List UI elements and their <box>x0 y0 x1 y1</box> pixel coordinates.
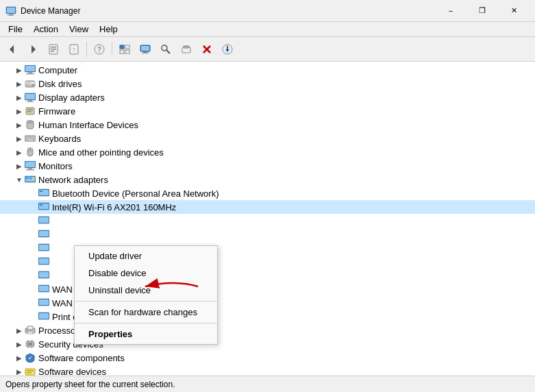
svg-rect-69 <box>33 177 34 180</box>
menu-action[interactable]: Action <box>28 23 64 36</box>
context-menu-scan-hardware[interactable]: Scan for hardware changes <box>75 304 217 321</box>
svg-rect-109 <box>27 372 32 373</box>
tree-view[interactable]: ▶ Computer ▶ D <box>0 62 535 376</box>
expand-processors[interactable]: ▶ <box>14 339 25 350</box>
menu-file[interactable]: File <box>3 23 28 36</box>
svg-rect-26 <box>185 45 188 47</box>
tree-item-computer[interactable]: ▶ Computer <box>0 63 535 77</box>
tree-item-network-adapters[interactable]: ▼ Network adapters <box>0 173 535 186</box>
monitors-label: Monitors <box>38 161 73 171</box>
svg-rect-15 <box>125 45 129 49</box>
mice-label: Mice and other pointing devices <box>38 147 164 158</box>
svg-rect-83 <box>39 258 49 264</box>
expand-mice[interactable]: ▶ <box>14 147 25 158</box>
tree-item-security-devices[interactable]: ▶ ✓ Software components <box>0 351 535 365</box>
expand-keyboards[interactable]: ▶ <box>14 133 25 144</box>
security-devices-label: Software components <box>38 353 125 363</box>
intel-wifi-label: Intel(R) Wi-Fi 6 AX201 160MHz <box>52 202 176 212</box>
svg-rect-79 <box>39 231 49 236</box>
svg-rect-42 <box>28 100 32 101</box>
svg-marker-5 <box>32 45 36 53</box>
svg-rect-7 <box>51 47 56 48</box>
tree-item-bluetooth[interactable]: Bluetooth Device (Personal Area Network) <box>0 186 535 200</box>
svg-rect-46 <box>27 111 32 112</box>
computer-view-button[interactable] <box>136 40 155 59</box>
no-expand-intel-wifi <box>27 201 38 212</box>
context-menu-properties[interactable]: Properties <box>75 326 217 343</box>
svg-text:?: ? <box>97 46 101 53</box>
svg-rect-100 <box>34 343 35 343</box>
minimize-button[interactable]: − <box>435 0 466 22</box>
tree-item-software-components[interactable]: ▶ Software devices <box>0 365 535 376</box>
expand-print-queues[interactable]: ▶ <box>14 325 25 336</box>
adapter3-icon <box>38 215 49 226</box>
toolbar-sep-1 <box>86 42 87 57</box>
context-menu-update-driver[interactable]: Update driver <box>75 247 217 265</box>
print-queues-icon <box>25 325 36 336</box>
firmware-label: Firmware <box>38 106 75 117</box>
svg-text:✓: ✓ <box>28 356 32 360</box>
tree-item-monitors[interactable]: ▶ Monitors <box>0 159 535 173</box>
tree-item-disk-drives[interactable]: ▶ Disk drives <box>0 77 535 90</box>
back-button[interactable] <box>3 40 22 59</box>
svg-rect-39 <box>26 83 30 84</box>
expand-disk-drives[interactable]: ▶ <box>14 78 25 89</box>
download-button[interactable] <box>218 40 237 59</box>
expand-firmware[interactable]: ▶ <box>14 106 25 117</box>
expand-software-components[interactable]: ▶ <box>14 366 25 376</box>
help-button[interactable]: ? <box>90 40 109 59</box>
update-driver-button[interactable]: ↑ <box>64 40 84 59</box>
svg-rect-8 <box>51 49 56 50</box>
expand-hid[interactable]: ▶ <box>14 119 25 130</box>
svg-rect-59 <box>31 148 33 151</box>
svg-rect-108 <box>27 370 34 371</box>
svg-rect-77 <box>39 217 49 223</box>
context-menu-uninstall-device[interactable]: Uninstall device <box>75 282 217 299</box>
tree-item-adapter3[interactable] <box>0 214 535 228</box>
expand-security-devices[interactable]: ▶ <box>14 352 25 363</box>
hid-label: Human Interface Devices <box>38 120 138 130</box>
tree-item-adapter4[interactable] <box>0 228 535 241</box>
context-menu-disable-device[interactable]: Disable device <box>75 265 217 282</box>
menu-help[interactable]: Help <box>94 23 123 36</box>
expand-network-adapters[interactable]: ▼ <box>14 174 25 185</box>
svg-rect-63 <box>28 168 32 169</box>
tree-item-mice[interactable]: ▶ Mice and other pointing devices <box>0 145 535 159</box>
svg-rect-16 <box>120 50 124 53</box>
expand-computer[interactable]: ▶ <box>14 64 25 75</box>
view-type-button[interactable] <box>115 40 134 59</box>
svg-rect-91 <box>39 313 49 319</box>
svg-rect-75 <box>40 204 42 206</box>
tree-item-hid[interactable]: ▶ Human Interface Devices <box>0 118 535 132</box>
close-button[interactable]: ✕ <box>498 0 530 22</box>
disk-icon <box>25 78 36 89</box>
disk-drives-label: Disk drives <box>38 79 82 89</box>
tree-item-display-adapters[interactable]: ▶ Display adapters <box>0 90 535 104</box>
menu-view[interactable]: View <box>64 23 94 36</box>
svg-rect-64 <box>26 169 34 171</box>
svg-rect-98 <box>25 343 27 343</box>
svg-rect-21 <box>142 53 149 53</box>
adapter5-icon <box>38 243 49 254</box>
expand-display-adapters[interactable]: ▶ <box>14 92 25 103</box>
forward-button[interactable] <box>23 40 42 59</box>
network-adapters-icon <box>25 174 36 185</box>
tree-item-keyboards[interactable]: ▶ Keyboards <box>0 132 535 145</box>
restore-button[interactable]: ❐ <box>466 0 498 22</box>
tree-item-firmware[interactable]: ▶ Firmware <box>0 104 535 118</box>
properties-button[interactable] <box>44 40 63 59</box>
computer-icon <box>25 64 36 75</box>
svg-rect-3 <box>8 15 14 16</box>
remove-button[interactable] <box>197 40 216 59</box>
svg-rect-52 <box>26 137 27 138</box>
svg-rect-89 <box>39 299 49 305</box>
expand-monitors[interactable]: ▶ <box>14 160 25 171</box>
window-title: Device Manager <box>21 6 435 16</box>
tree-item-intel-wifi[interactable]: Intel(R) Wi-Fi 6 AX201 160MHz <box>0 200 535 214</box>
security-devices-icon: ✓ <box>25 352 36 363</box>
computer-label: Computer <box>38 65 77 75</box>
app-icon <box>5 5 16 16</box>
software-components-label: Software devices <box>38 367 106 376</box>
scan-button[interactable] <box>156 40 175 59</box>
add-hardware-button[interactable] <box>177 40 196 59</box>
